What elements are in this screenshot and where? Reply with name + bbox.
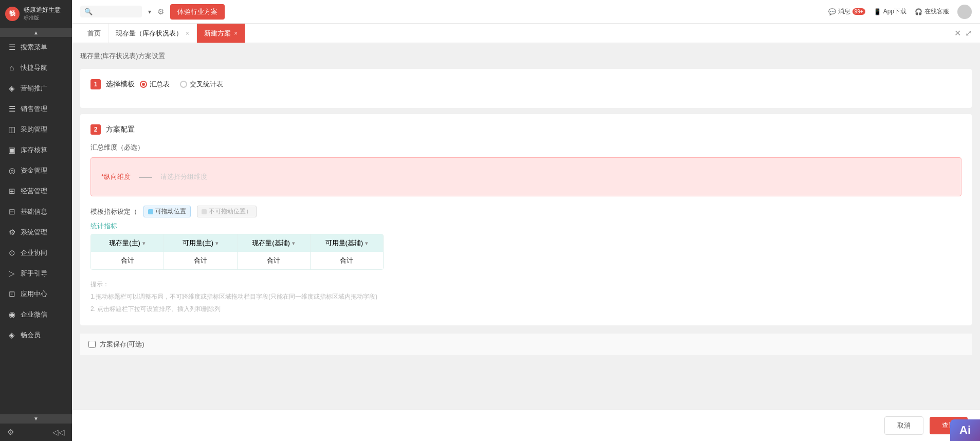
non-draggable-tag: 不可拖动位置） — [197, 206, 257, 217]
tab-home[interactable]: 首页 — [80, 24, 108, 43]
sidebar-item-system[interactable]: ⚙ 系统管理 — [0, 222, 72, 243]
tabs-bar: 首页 现存量（库存状况表） × 新建方案 × ✕ ⤢ — [72, 24, 980, 43]
user-avatar[interactable] — [957, 5, 972, 19]
sidebar-scroll-up[interactable]: ▲ — [0, 28, 72, 37]
stats-table: 现存量(主) ▾ 可用量(主) ▾ 现存量(基辅) ▾ 可用量(基辅) ▾ — [90, 234, 384, 270]
chevron-down-icon-4[interactable]: ▾ — [365, 240, 368, 247]
sidebar-item-basic-info[interactable]: ⊟ 基础信息 — [0, 201, 72, 222]
section1-number: 1 — [90, 79, 101, 89]
cancel-button[interactable]: 取消 — [884, 416, 923, 435]
radio-crosstab[interactable]: 交叉统计表 — [180, 80, 223, 89]
tab-inventory[interactable]: 现存量（库存状况表） × — [108, 24, 197, 43]
radio-summary-circle — [140, 81, 147, 88]
radio-group-template: 汇总表 交叉统计表 — [140, 80, 223, 89]
sidebar-item-label: 库存核算 — [21, 145, 47, 155]
gear-icon[interactable]: ⚙ — [157, 7, 164, 16]
stats-col-sub-1: 合计 — [91, 252, 164, 269]
app-download-label: App下载 — [883, 7, 906, 16]
close-panel-icon[interactable]: ✕ — [954, 28, 961, 38]
sidebar-item-label: 系统管理 — [21, 228, 47, 237]
section2-header: 2 方案配置 — [90, 124, 961, 135]
dimension-required-text: *纵向维度 — [101, 172, 131, 181]
messages-btn[interactable]: 💬 消息 99+ — [828, 7, 865, 16]
sidebar-item-sales[interactable]: ☰ 销售管理 — [0, 99, 72, 119]
sidebar-item-label: 经营管理 — [21, 187, 47, 196]
sidebar-bottom: ⚙ ◁◁ — [0, 423, 72, 441]
search-menu-icon: ☰ — [7, 43, 16, 52]
chevron-down-icon-1[interactable]: ▾ — [142, 240, 146, 247]
search-icon: 🔍 — [84, 8, 93, 15]
stats-col-header-1[interactable]: 现存量(主) ▾ — [91, 234, 164, 252]
tab-new-scheme-close-icon[interactable]: × — [234, 30, 238, 37]
section1-title: 选择模板 — [106, 80, 135, 89]
stats-section-title: 统计指标 — [90, 222, 961, 231]
dimension-label: 汇总维度（必选） — [90, 143, 961, 152]
sidebar-item-operations[interactable]: ⊞ 经营管理 — [0, 181, 72, 201]
tab-new-scheme[interactable]: 新建方案 × — [197, 24, 245, 43]
sidebar-item-label: 企业协同 — [21, 248, 47, 258]
sidebar: 畅 畅康通好生意 标准版 ▲ ☰ 搜索菜单 ⌂ 快捷导航 ◈ 营销推广 ☰ 销售… — [0, 0, 72, 441]
search-box[interactable]: 🔍 — [80, 6, 142, 17]
chevron-down-icon-3[interactable]: ▾ — [292, 240, 295, 247]
industry-btn[interactable]: 体验行业方案 — [170, 4, 225, 20]
sidebar-item-label: 基础信息 — [21, 207, 47, 216]
sidebar-item-inventory[interactable]: ▣ 库存核算 — [0, 140, 72, 160]
main-content: 🔍 ▾ ⚙ 体验行业方案 💬 消息 99+ 📱 App下载 🎧 在线客服 — [72, 0, 980, 441]
section2-card: 2 方案配置 汇总维度（必选） *纵向维度 —— 请选择分组维度 模板指标设定（… — [80, 114, 972, 325]
search-input[interactable] — [96, 8, 137, 15]
ai-badge[interactable]: Ai — [950, 419, 980, 441]
sidebar-item-label: 畅会员 — [21, 330, 41, 340]
sidebar-scroll-down[interactable]: ▼ — [0, 414, 72, 423]
radio-summary[interactable]: 汇总表 — [140, 80, 170, 89]
sidebar-item-purchase[interactable]: ◫ 采购管理 — [0, 119, 72, 140]
tab-inventory-label: 现存量（库存状况表） — [116, 29, 183, 38]
radio-summary-label: 汇总表 — [150, 80, 170, 89]
sidebar-item-label: 快捷导航 — [21, 63, 47, 72]
purchase-icon: ◫ — [7, 125, 16, 134]
stats-table-header: 现存量(主) ▾ 可用量(主) ▾ 现存量(基辅) ▾ 可用量(基辅) ▾ — [91, 234, 383, 252]
stats-col-header-2[interactable]: 可用量(主) ▾ — [164, 234, 237, 252]
tab-inventory-close-icon[interactable]: × — [186, 30, 189, 37]
save-checkbox[interactable] — [88, 341, 96, 348]
download-icon: 📱 — [874, 8, 881, 15]
stats-col-header-4[interactable]: 可用量(基辅) ▾ — [311, 234, 383, 252]
messages-badge: 99+ — [852, 8, 865, 15]
stats-col-label-4: 可用量(基辅) — [325, 238, 364, 248]
stats-col-header-3[interactable]: 现存量(基辅) ▾ — [238, 234, 311, 252]
sidebar-item-member[interactable]: ◈ 畅会员 — [0, 325, 72, 345]
tab-home-label: 首页 — [87, 29, 101, 38]
tip-2: 2. 点击标题栏下拉可设置排序、插入列和删除列 — [90, 303, 961, 315]
draggable-dot-icon — [148, 209, 153, 214]
sidebar-item-label: 应用中心 — [21, 289, 47, 299]
sidebar-item-marketing[interactable]: ◈ 营销推广 — [0, 78, 72, 99]
stats-col-label-1: 现存量(主) — [109, 238, 140, 248]
panel-controls: ✕ ⤢ — [954, 28, 972, 38]
home-icon: ⌂ — [7, 63, 16, 72]
sidebar-item-app-center[interactable]: ⊡ 应用中心 — [0, 284, 72, 304]
expand-panel-icon[interactable]: ⤢ — [965, 28, 972, 38]
sidebar-item-quick-nav[interactable]: ⌂ 快捷导航 — [0, 58, 72, 78]
stats-table-body: 合计 合计 合计 合计 — [91, 252, 383, 269]
system-icon: ⚙ — [7, 228, 16, 237]
online-service-btn[interactable]: 🎧 在线客服 — [915, 7, 949, 16]
chevron-down-icon-2[interactable]: ▾ — [215, 240, 219, 247]
settings-bottom-icon[interactable]: ⚙ — [7, 428, 14, 437]
wechat-icon: ◉ — [7, 310, 16, 319]
tab-new-scheme-label: 新建方案 — [204, 29, 231, 38]
stats-col-sub-label-1: 合计 — [121, 256, 134, 265]
app-center-icon: ⊡ — [7, 289, 16, 299]
sidebar-item-wechat[interactable]: ◉ 企业微信 — [0, 304, 72, 325]
sidebar-item-finance[interactable]: ◎ 资金管理 — [0, 160, 72, 181]
radio-crosstab-label: 交叉统计表 — [190, 80, 223, 89]
app-download-btn[interactable]: 📱 App下载 — [874, 7, 906, 16]
sidebar-item-newbie[interactable]: ▷ 新手引导 — [0, 263, 72, 284]
stats-col-sub-4: 合计 — [311, 252, 383, 269]
dimension-box[interactable]: *纵向维度 —— 请选择分组维度 — [90, 157, 961, 196]
sidebar-item-search-menu[interactable]: ☰ 搜索菜单 — [0, 37, 72, 58]
topbar-dropdown[interactable]: ▾ — [148, 8, 151, 15]
audio-icon[interactable]: ◁◁ — [52, 428, 65, 437]
stats-col-sub-3: 合计 — [238, 252, 311, 269]
sidebar-item-cooperation[interactable]: ⊙ 企业协同 — [0, 243, 72, 263]
sidebar-nav: ☰ 搜索菜单 ⌂ 快捷导航 ◈ 营销推广 ☰ 销售管理 ◫ 采购管理 ▣ 库存核… — [0, 37, 72, 414]
save-checkbox-label: 方案保存(可选) — [100, 340, 144, 349]
